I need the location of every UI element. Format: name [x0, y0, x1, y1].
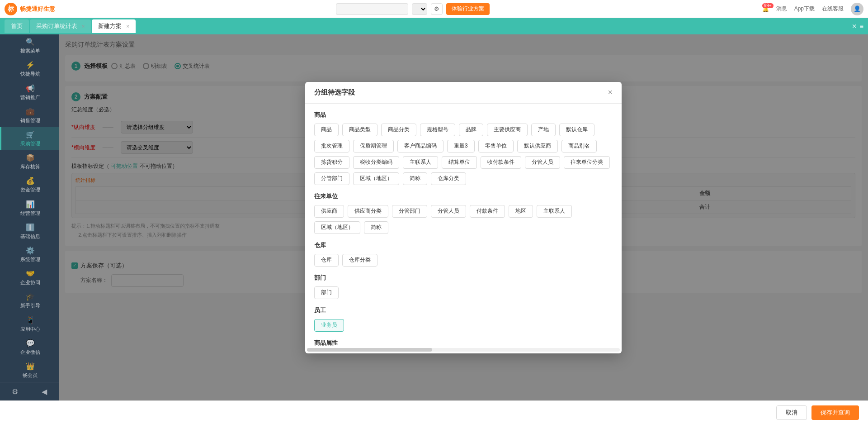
field-tag-payment-cond[interactable]: 付款条件	[470, 205, 505, 218]
section-employee-title: 员工	[314, 306, 613, 314]
close-all-tabs[interactable]: ✕	[852, 23, 857, 30]
sidebar-member-label: 畅会员	[23, 372, 38, 379]
online-service[interactable]: 在线客服	[822, 5, 844, 13]
modal-title: 分组待选字段	[314, 88, 355, 97]
field-tag-supplier[interactable]: 供应商	[314, 205, 344, 218]
sidebar-marketing-label: 营销推广	[20, 94, 40, 101]
sidebar: 🔍 搜索菜单 ⚡ 快捷导航 📢 营销推广 💼 销售管理 🛒 采购管理 📦	[0, 34, 59, 400]
field-tag-tax-code[interactable]: 税收分类编码	[353, 156, 399, 169]
modal-h-scrollbar[interactable]	[307, 348, 620, 352]
sidebar-item-member[interactable]: 👑 畅会员	[0, 359, 59, 382]
field-tag-warehouse-category[interactable]: 仓库分类	[431, 172, 466, 185]
sidebar-collapse-btn[interactable]: ◀	[29, 382, 59, 400]
section-goods-attr: 商品属性 属性 颜色 多规格 尺码 鞋码 1	[314, 339, 613, 346]
field-tag-short-name-goods[interactable]: 简称	[403, 172, 427, 185]
sidebar-item-guide[interactable]: 🎓 新手引导	[0, 289, 59, 312]
main-layout: 🔍 搜索菜单 ⚡ 快捷导航 📢 营销推广 💼 销售管理 🛒 采购管理 📦	[0, 34, 868, 400]
section-warehouse: 仓库 仓库 仓库分类	[314, 241, 613, 267]
field-tag-main-contact-partner[interactable]: 主联系人	[537, 205, 572, 218]
header-select[interactable]	[412, 3, 427, 15]
field-tag-warehouse[interactable]: 仓库	[314, 254, 339, 267]
field-tag-partner-category[interactable]: 往来单位分类	[564, 156, 610, 169]
field-tag-goods[interactable]: 商品	[314, 124, 339, 136]
field-tag-default-warehouse[interactable]: 默认仓库	[559, 124, 594, 136]
tabs-menu[interactable]: ≡	[860, 23, 863, 30]
field-tag-dept[interactable]: 部门	[314, 286, 339, 299]
finance-icon: 💰	[26, 176, 35, 185]
field-tag-pick-score[interactable]: 拣货积分	[314, 156, 349, 169]
notification-bell[interactable]: 🔔 99+	[762, 6, 769, 12]
sidebar-item-basic[interactable]: ℹ️ 基础信息	[0, 220, 59, 243]
field-tag-salesperson[interactable]: 业务员	[314, 319, 344, 332]
sidebar-settings-btn[interactable]: ⚙	[0, 382, 29, 400]
sidebar-item-collab[interactable]: 🤝 企业协同	[0, 266, 59, 289]
notification-label: 消息	[776, 5, 787, 13]
experience-btn[interactable]: 体验行业方案	[446, 3, 490, 15]
field-tag-goods-category[interactable]: 商品分类	[381, 124, 416, 136]
field-tag-batch-mgmt[interactable]: 批次管理	[314, 140, 349, 152]
tab-new-scheme[interactable]: 新建方案 ×	[92, 19, 135, 33]
guide-icon: 🎓	[26, 292, 35, 301]
field-tag-expiry-mgmt[interactable]: 保质期管理	[353, 140, 394, 152]
sidebar-item-purchase[interactable]: 🛒 采购管理	[0, 127, 59, 150]
tab-home[interactable]: 首页	[5, 19, 29, 33]
tab-purchase-stats-label: 采购订单统计表	[36, 22, 77, 30]
field-tag-settlement-unit[interactable]: 结算单位	[442, 156, 477, 169]
settings-button[interactable]: ⚙	[431, 3, 443, 15]
field-tag-dept-manage[interactable]: 分管部门	[392, 205, 427, 218]
sidebar-sales-label: 销售管理	[20, 117, 40, 124]
field-tag-short-name-partner[interactable]: 简称	[364, 221, 388, 234]
field-tag-region-area[interactable]: 区域（地区）	[314, 221, 360, 234]
app-download[interactable]: App下载	[794, 5, 815, 13]
tab-purchase-stats[interactable]: 采购订单统计表 ×	[30, 19, 91, 33]
cancel-button[interactable]: 取消	[776, 405, 807, 420]
modal-close-button[interactable]: ×	[608, 88, 613, 96]
sidebar-finance-label: 资金管理	[20, 186, 40, 193]
collab-icon: 🤝	[26, 269, 35, 278]
header-center: ⚙ 体验行业方案	[336, 3, 490, 15]
sidebar-item-quick-nav[interactable]: ⚡ 快捷导航	[0, 57, 59, 81]
field-tag-supplier-category[interactable]: 供应商分类	[348, 205, 388, 218]
section-dept-title: 部门	[314, 274, 613, 282]
field-tag-weight3[interactable]: 重量3	[447, 140, 475, 152]
field-tag-region-partner[interactable]: 地区	[509, 205, 533, 218]
sidebar-item-system[interactable]: ⚙️ 系统管理	[0, 243, 59, 266]
sidebar-bottom: ⚙ ◀	[0, 382, 59, 400]
marketing-icon: 📢	[26, 84, 35, 93]
field-tag-customer-code[interactable]: 客户商品编码	[397, 140, 443, 152]
section-warehouse-tags: 仓库 仓库分类	[314, 254, 613, 267]
field-tag-retail-unit[interactable]: 零售单位	[478, 140, 514, 152]
field-tag-origin[interactable]: 产地	[531, 124, 556, 136]
sidebar-item-sales[interactable]: 💼 销售管理	[0, 104, 59, 127]
field-tag-brand[interactable]: 品牌	[459, 124, 483, 136]
section-goods-attr-title: 商品属性	[314, 339, 613, 346]
sidebar-item-operations[interactable]: 📊 经营管理	[0, 196, 59, 219]
sidebar-item-apps[interactable]: 📱 应用中心	[0, 312, 59, 335]
field-tag-manager-person[interactable]: 分管人员	[525, 156, 560, 169]
header-search-input[interactable]	[336, 3, 408, 15]
avatar[interactable]: 👤	[851, 3, 863, 15]
field-tag-dept-in-charge[interactable]: 分管部门	[314, 172, 349, 185]
sidebar-item-inventory[interactable]: 📦 库存核算	[0, 150, 59, 173]
tab-purchase-stats-close[interactable]: ×	[82, 24, 85, 29]
save-query-button[interactable]: 保存并查询	[811, 405, 859, 420]
field-tag-region-goods[interactable]: 区域（地区）	[353, 172, 399, 185]
sidebar-item-finance[interactable]: 💰 资金管理	[0, 173, 59, 196]
sidebar-guide-label: 新手引导	[20, 302, 40, 309]
field-tag-warehouse-cat[interactable]: 仓库分类	[342, 254, 377, 267]
modal-overlay: 分组待选字段 × 商品 商品 商品类型 商品分类 规格型号	[59, 34, 868, 400]
logo-icon: 标	[5, 3, 17, 15]
sidebar-item-search[interactable]: 🔍 搜索菜单	[0, 34, 59, 57]
tab-new-scheme-close[interactable]: ×	[126, 24, 129, 29]
field-tag-main-contact[interactable]: 主联系人	[403, 156, 438, 169]
field-tag-main-supplier[interactable]: 主要供应商	[487, 124, 528, 136]
field-tag-person-manage[interactable]: 分管人员	[431, 205, 466, 218]
field-tag-payment-terms[interactable]: 收付款条件	[481, 156, 521, 169]
sidebar-system-label: 系统管理	[20, 256, 40, 263]
field-tag-spec-model[interactable]: 规格型号	[420, 124, 455, 136]
field-tag-goods-alias[interactable]: 商品别名	[561, 140, 597, 152]
sidebar-item-wechat[interactable]: 💬 企业微信	[0, 336, 59, 359]
field-tag-goods-type[interactable]: 商品类型	[342, 124, 377, 136]
sidebar-item-marketing[interactable]: 📢 营销推广	[0, 81, 59, 104]
field-tag-default-supplier[interactable]: 默认供应商	[517, 140, 558, 152]
